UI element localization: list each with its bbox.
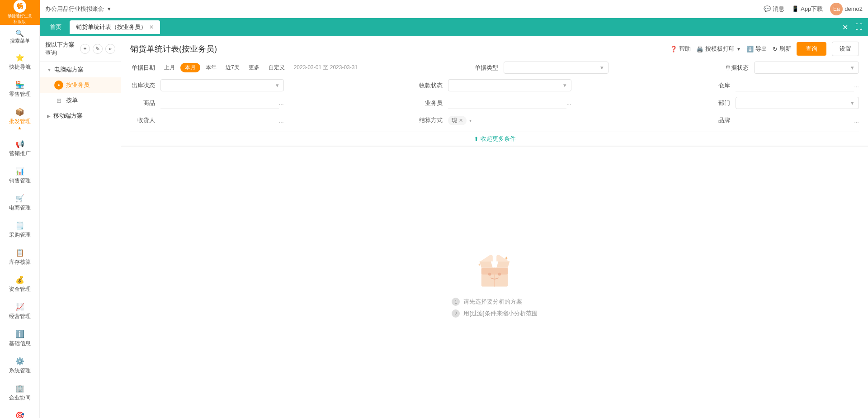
export-btn[interactable]: ⬇️ 导出 [746, 45, 767, 53]
out-status-select[interactable]: ▾ [160, 79, 284, 91]
goods-dots[interactable]: ... [279, 100, 284, 106]
brand-dots[interactable]: ... [854, 117, 859, 124]
right-panel: 销货单统计表(按业务员) ❓ 帮助 🖨️ 按模板打印 ▼ ⬇️ [121, 36, 868, 418]
tree-pc-scheme[interactable]: ▼ 电脑端方案 [40, 62, 121, 77]
help-btn[interactable]: ❓ 帮助 [670, 45, 691, 53]
doc-type-chevron: ▾ [600, 64, 604, 71]
help-icon: ❓ [670, 46, 677, 52]
sidebar-item-finance[interactable]: 💰 资金管理 [0, 271, 40, 298]
empty-tips: 1 请先选择要分析的方案 2 用[过滤]条件来缩小分析范围 [452, 298, 537, 318]
empty-tip-1: 1 请先选择要分析的方案 [452, 298, 537, 306]
collapse-icon: ⬆ [474, 136, 479, 142]
tab-fullscreen-btn[interactable]: ⛶ [854, 21, 864, 33]
message-btn[interactable]: 💬 消息 [764, 5, 784, 13]
edit-scheme-btn[interactable]: ✎ [93, 44, 103, 54]
collapse-panel-btn[interactable]: « [105, 44, 115, 54]
warehouse-input[interactable] [736, 80, 854, 91]
settlement-tag-text: 现 [452, 117, 457, 124]
tab-home[interactable]: 首页 [43, 20, 68, 34]
left-panel-title: 按以下方案查询 [45, 41, 80, 57]
brand-input[interactable] [736, 114, 854, 126]
edit-icon: ✎ [95, 46, 100, 52]
sidebar-item-marketing[interactable]: 📢 营销推广 [0, 135, 40, 162]
settlement-chevron[interactable]: ▾ [469, 118, 472, 123]
sidebar-item-inventory[interactable]: 📋 库存核算 [0, 244, 40, 271]
app-download-icon: 📱 [792, 5, 799, 12]
newbie-icon: 🎯 [15, 411, 24, 418]
sidebar-item-operation[interactable]: 📈 经营管理 [0, 298, 40, 325]
filter-area: 单据日期 上月 本月 本年 近7天 更多 自定义 2023-03-01 至 20… [130, 62, 859, 126]
sidebar-item-sales[interactable]: 📊 销售管理 [0, 162, 40, 190]
tip-text-2: 用[过滤]条件来缩小分析范围 [463, 309, 537, 318]
tree-expand-icon: ▼ [47, 67, 52, 72]
refresh-label: 刷新 [779, 45, 791, 53]
print-btn[interactable]: 🖨️ 按模板打印 ▼ [696, 45, 741, 53]
date-tab-last-month[interactable]: 上月 [160, 63, 179, 72]
tip-text-1: 请先选择要分析的方案 [463, 298, 522, 306]
tab-close-icon[interactable]: ✕ [149, 24, 154, 30]
receive-status-select[interactable]: ▾ [448, 79, 571, 91]
date-tab-more[interactable]: 更多 [245, 63, 263, 72]
page-title: 销货单统计表(按业务员) [130, 43, 217, 54]
collapse-bar[interactable]: ⬆ 收起更多条件 [130, 132, 859, 146]
retail-icon: 🏪 [15, 81, 24, 89]
topbar-right: 💬 消息 📱 App下载 Ea demo2 [764, 3, 863, 15]
date-tab-this-year[interactable]: 本年 [202, 63, 220, 72]
settings-btn[interactable]: 设置 [832, 42, 859, 56]
print-icon: 🖨️ [696, 46, 703, 52]
tree-by-order[interactable]: ⊞ 按单 [40, 93, 121, 108]
warehouse-dots[interactable]: ... [854, 82, 859, 89]
tab-report[interactable]: 销货单统计表（按业务员） ✕ [70, 20, 160, 34]
basic-icon: ℹ️ [15, 330, 24, 338]
refresh-btn[interactable]: ↻ 刷新 [773, 45, 791, 53]
logo-icon: 畅 [14, 0, 26, 13]
tab-close-window-btn[interactable]: ✕ [840, 21, 850, 33]
sidebar-item-wholesale[interactable]: 📦 批发管理 ▲ [0, 103, 40, 135]
sidebar-item-ecom[interactable]: 🛒 电商管理 [0, 190, 40, 217]
ecom-label: 电商管理 [9, 204, 31, 212]
sidebar-item-newbie[interactable]: 🎯 新手引导 [0, 407, 40, 418]
sidebar-item-enterprise[interactable]: 🏢 企业协同 [0, 380, 40, 407]
dept-select[interactable]: ▾ [736, 97, 859, 109]
topbar-left: 办公用品行业模拟账套 ▾ [45, 5, 111, 13]
sidebar-item-purchase[interactable]: 🗒️ 采购管理 [0, 217, 40, 244]
date-tabs: 上月 本月 本年 近7天 更多 自定义 [160, 63, 288, 72]
print-label: 按模板打印 [705, 45, 735, 53]
app-download-btn[interactable]: 📱 App下载 [792, 5, 823, 13]
query-btn[interactable]: 查询 [797, 42, 826, 56]
tree-by-salesperson[interactable]: ● 按业务员 [40, 77, 121, 93]
tree-mobile-scheme[interactable]: ▶ 移动端方案 [40, 108, 121, 124]
sidebar-item-system[interactable]: ⚙️ 系统管理 [0, 352, 40, 380]
breadcrumb-arrow[interactable]: ▾ [108, 5, 111, 12]
goods-label: 商品 [130, 99, 155, 107]
doc-status-label: 单据状态 [724, 64, 749, 72]
settlement-tag-clear[interactable]: ✕ [459, 118, 463, 124]
svg-text:✦: ✦ [478, 262, 481, 267]
ecom-icon: 🛒 [15, 194, 24, 203]
doc-status-select[interactable]: ▾ [754, 62, 859, 74]
left-panel: 按以下方案查询 + ✎ « ▼ 电脑端方案 [40, 36, 121, 418]
tabbar-actions: ✕ ⛶ [840, 21, 864, 33]
date-label: 单据日期 [130, 64, 155, 72]
sidebar-item-basic[interactable]: ℹ️ 基础信息 [0, 325, 40, 352]
goods-input[interactable] [160, 97, 279, 109]
consignee-dots[interactable]: ... [279, 117, 284, 124]
salesperson-input[interactable] [448, 97, 566, 109]
user-profile[interactable]: Ea demo2 [830, 3, 863, 15]
quick-nav-icon: ⭐ [15, 53, 24, 62]
salesperson-scheme-icon: ● [54, 81, 63, 90]
tab-home-label: 首页 [50, 23, 61, 31]
content-area: 按以下方案查询 + ✎ « ▼ 电脑端方案 [40, 36, 868, 418]
consignee-input[interactable] [160, 114, 279, 126]
sidebar-item-retail[interactable]: 🏪 零售管理 [0, 76, 40, 103]
by-salesperson-label: 按业务员 [66, 81, 90, 89]
date-tab-this-month[interactable]: 本月 [180, 63, 200, 72]
doc-type-select[interactable]: ▾ [504, 62, 609, 74]
search-menu[interactable]: 🔍 搜索菜单 [0, 25, 40, 49]
add-scheme-btn[interactable]: + [80, 44, 90, 54]
sidebar-item-quick-nav[interactable]: ⭐ 快捷导航 [0, 49, 40, 76]
date-tab-custom[interactable]: 自定义 [265, 63, 288, 72]
wholesale-icon: 📦 [15, 108, 24, 116]
date-tab-last7[interactable]: 近7天 [222, 63, 243, 72]
salesperson-dots[interactable]: ... [566, 100, 571, 106]
